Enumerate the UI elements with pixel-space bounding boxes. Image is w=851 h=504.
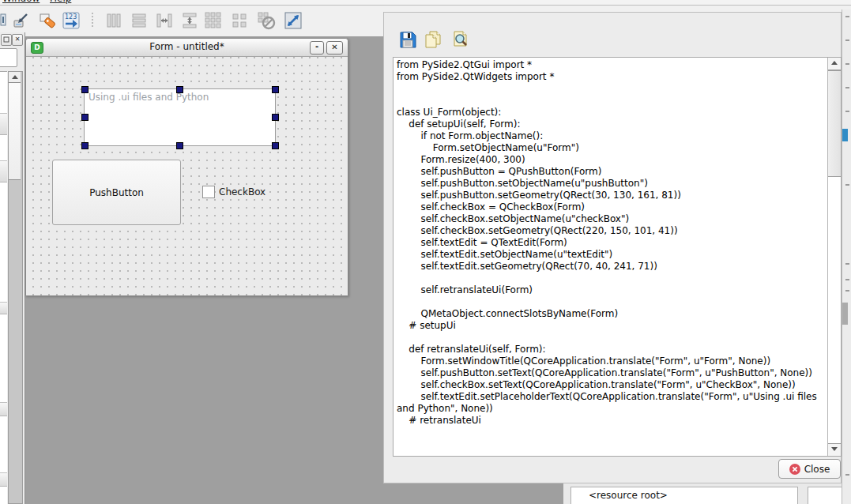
- copy-icon[interactable]: [423, 28, 444, 50]
- edit-widgets-icon[interactable]: [0, 9, 9, 32]
- toolbar-separator: [92, 13, 93, 28]
- adjust-size-icon[interactable]: [282, 9, 304, 32]
- menu-help[interactable]: Help: [50, 0, 71, 4]
- lay-out-vertically-icon: [128, 9, 150, 32]
- scroll-up-icon[interactable]: [9, 72, 21, 83]
- scrollbar-sliver[interactable]: [842, 303, 848, 325]
- close-button-label: Close: [804, 464, 830, 475]
- checkbox-widget[interactable]: CheckBox: [202, 175, 282, 208]
- lay-out-in-form-layout-icon: [228, 9, 250, 32]
- checkbox-label: CheckBox: [219, 186, 265, 197]
- widget-box-list[interactable]: [0, 71, 7, 504]
- menu-bar: Window Help: [0, 0, 851, 6]
- menu-window[interactable]: Window: [2, 0, 40, 4]
- selection-handle-nw[interactable]: [81, 86, 88, 93]
- form-minimize-button[interactable]: -: [310, 41, 324, 55]
- lay-out-in-grid-icon: [202, 9, 224, 32]
- selection-handle-w[interactable]: [81, 114, 88, 121]
- svg-text:123: 123: [65, 13, 77, 21]
- scroll-down-icon[interactable]: [828, 443, 841, 456]
- selection-handle-s[interactable]: [176, 142, 183, 149]
- form-canvas[interactable]: Using .ui files and Python PushButton Ch…: [26, 57, 348, 295]
- dock-float-icon[interactable]: [1, 34, 12, 46]
- pushbutton-widget[interactable]: PushButton: [52, 160, 181, 225]
- close-button[interactable]: Close: [778, 459, 841, 479]
- selection-handle-e[interactable]: [272, 114, 279, 121]
- lay-out-vertical-splitter-icon: [179, 9, 201, 32]
- widget-box-scrollbar[interactable]: [8, 71, 23, 504]
- scrollbar-thumb[interactable]: [828, 70, 841, 177]
- property-editor-sliver: [842, 9, 851, 504]
- form-window-title: Form - untitled*: [26, 41, 348, 52]
- resource-browser-dock: <resource root>: [563, 483, 851, 504]
- lay-out-horizontally-icon: [103, 9, 125, 32]
- edit-buddies-icon[interactable]: [36, 9, 58, 32]
- scroll-up-icon[interactable]: [828, 58, 841, 70]
- textedit-widget[interactable]: Using .ui files and Python: [84, 88, 276, 146]
- form-close-button[interactable]: ✕: [326, 41, 343, 55]
- generated-python-code[interactable]: from PySide2.QtGui import * from PySide2…: [393, 58, 828, 428]
- widget-category-header[interactable]: [0, 160, 7, 182]
- selection-handle-se[interactable]: [272, 142, 279, 149]
- code-scrollbar[interactable]: [827, 58, 841, 456]
- edit-tab-order-icon[interactable]: 123: [60, 9, 82, 32]
- checkbox-indicator[interactable]: [202, 186, 215, 198]
- widget-box-dock: ✕: [0, 32, 25, 504]
- scrollbar-thumb[interactable]: [9, 83, 21, 180]
- qt-designer-screen: Window Help 123: [0, 0, 851, 504]
- selection-handle-sw[interactable]: [81, 142, 88, 149]
- close-circle-icon: [789, 464, 800, 475]
- find-icon[interactable]: [450, 28, 471, 50]
- selected-row-marker: [842, 129, 848, 141]
- pushbutton-label: PushButton: [89, 187, 144, 198]
- widget-filter-input[interactable]: [0, 48, 17, 67]
- widget-category-header[interactable]: [0, 472, 7, 487]
- form-titlebar[interactable]: D Form - untitled* - ✕: [26, 39, 348, 57]
- dock-close-icon[interactable]: ✕: [12, 34, 23, 46]
- selection-handle-n[interactable]: [176, 86, 183, 93]
- save-icon[interactable]: [397, 28, 418, 50]
- break-layout-icon: [255, 9, 277, 32]
- lay-out-horizontal-splitter-icon: [153, 9, 175, 32]
- widget-category-header[interactable]: [0, 402, 7, 416]
- resource-root-item[interactable]: <resource root>: [570, 487, 798, 504]
- widget-category-header[interactable]: [0, 113, 7, 135]
- code-view[interactable]: from PySide2.QtGui import * from PySide2…: [393, 57, 842, 457]
- edit-signals-slots-icon[interactable]: [9, 9, 32, 32]
- code-preview-dialog: from PySide2.QtGui import * from PySide2…: [383, 12, 842, 483]
- designer-form-window: D Form - untitled* - ✕ Using .ui files a…: [25, 38, 348, 296]
- selection-handle-ne[interactable]: [272, 86, 279, 93]
- widget-category-header[interactable]: [0, 302, 7, 314]
